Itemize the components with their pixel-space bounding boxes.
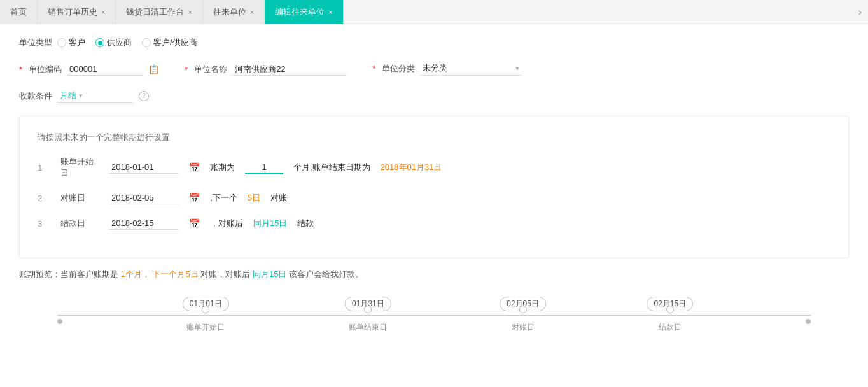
preview-part1: 1个月， [121, 269, 150, 279]
tab-sales-history[interactable]: 销售订单历史 × [38, 0, 116, 24]
close-icon[interactable]: × [188, 8, 192, 16]
calendar-icon-3[interactable]: 📅 [189, 218, 200, 229]
tab-cash-workbench-label: 钱货日清工作台 [126, 6, 184, 18]
close-icon[interactable]: × [328, 8, 332, 16]
tab-sales-history-label: 销售订单历史 [48, 6, 97, 18]
close-icon[interactable]: × [101, 8, 105, 16]
unit-category-value: 未分类 [423, 62, 447, 74]
period-input[interactable] [245, 161, 283, 174]
tab-partner-units-label: 往来单位 [213, 6, 246, 18]
radio-supplier-label: 供应商 [107, 37, 132, 48]
timeline-dot-1 [202, 306, 209, 313]
unit-category-group: * 单位分类 未分类 ▾ [372, 61, 522, 76]
timeline-node-1: 01月01日 账单开始日 [186, 306, 225, 333]
unit-type-row: 单位类型 客户 供应商 客户/供应商 [19, 37, 849, 48]
payment-date-input[interactable] [109, 217, 179, 230]
timeline-dot-2 [364, 306, 372, 313]
main-content: 单位类型 客户 供应商 客户/供应商 * 单位编码 [0, 24, 868, 387]
payment-terms-select[interactable]: 月结 ▾ [57, 88, 134, 103]
unit-code-label: 单位编码 [29, 64, 62, 75]
tab-edit-partner-label: 编辑往来单位 [275, 6, 325, 18]
unit-info-row: * 单位编码 📋 * 单位名称 * 单位分类 未分类 ▾ [19, 61, 849, 76]
preview-part2: 下一个月5日 [152, 269, 198, 279]
unit-category-select[interactable]: 未分类 ▾ [420, 61, 522, 76]
timeline-node-4: 02月15日 结款日 [659, 306, 682, 333]
unit-type-group: 单位类型 客户 供应商 客户/供应商 [19, 37, 197, 48]
radio-supplier[interactable]: 供应商 [95, 37, 132, 48]
field-label-2: 对账日 [60, 192, 99, 204]
timeline-dot-3 [519, 306, 527, 313]
required-star-3: * [372, 64, 375, 73]
chevron-down-icon: ▾ [515, 64, 519, 73]
timeline-label-1: 账单开始日 [186, 322, 225, 333]
payment-terms-row: 收款条件 月结 ▾ ? [19, 88, 849, 103]
radio-circle-supplier [95, 38, 104, 47]
required-star-2: * [185, 65, 188, 74]
setting-row-2: 2 对账日 📅 ,下一个 5日 对账 [38, 192, 830, 204]
unit-name-label: 单位名称 [194, 64, 227, 75]
timeline-node-2: 01月31日 账单结束日 [349, 306, 387, 333]
tab-cash-workbench[interactable]: 钱货日清工作台 × [116, 0, 202, 24]
timeline-label-3: 对账日 [512, 322, 535, 333]
row-desc-3b: 结款 [297, 218, 314, 229]
row-num-1: 1 [38, 163, 50, 172]
end-date-highlight: 2018年01月31日 [381, 162, 442, 173]
setting-row-1: 1 账单开始日 📅 账期为 个月,账单结束日期为 2018年01月31日 [38, 156, 830, 179]
settings-title: 请按照未来的一个完整帐期进行设置 [38, 132, 830, 143]
copy-icon[interactable]: 📋 [148, 64, 159, 74]
row-desc-3: ，对账后 [210, 218, 243, 229]
timeline-dot-4 [666, 306, 674, 313]
row-desc-1: 账期为 [210, 162, 235, 173]
preview-section: 账期预览：当前客户账期是 1个月， 下一个月5日 对账，对账后 同月15日 该客… [19, 269, 849, 352]
timeline-label-4: 结款日 [659, 322, 682, 333]
radio-circle-customer [57, 38, 66, 47]
row-num-2: 2 [38, 194, 50, 203]
tab-bar: 首页 销售订单历史 × 钱货日清工作台 × 往来单位 × 编辑往来单位 × › [0, 0, 868, 24]
radio-circle-both [142, 38, 151, 47]
payment-terms-group: 收款条件 月结 ▾ ? [19, 88, 149, 103]
row-num-3: 3 [38, 219, 50, 229]
close-icon[interactable]: × [250, 8, 254, 16]
field-label-3: 结款日 [60, 218, 99, 229]
reconcile-date-input[interactable] [109, 192, 179, 204]
tab-partner-units[interactable]: 往来单位 × [203, 0, 265, 24]
required-star: * [19, 65, 22, 74]
radio-customer-label: 客户 [69, 37, 85, 48]
unit-name-group: * 单位名称 [185, 63, 347, 76]
unit-category-label: 单位分类 [382, 63, 415, 74]
settings-box: 请按照未来的一个完整帐期进行设置 1 账单开始日 📅 账期为 个月,账单结束日期… [19, 116, 849, 258]
unit-name-input[interactable] [232, 63, 347, 76]
calendar-icon-1[interactable]: 📅 [189, 162, 200, 172]
setting-row-3: 3 结款日 📅 ，对账后 同月15日 结款 [38, 217, 830, 230]
preview-end: 该客户会给我打款。 [289, 269, 363, 279]
start-date-input[interactable] [109, 161, 179, 174]
help-icon[interactable]: ? [139, 91, 149, 101]
timeline-node-3: 02月05日 对账日 [512, 306, 535, 333]
tab-home-label: 首页 [10, 6, 27, 18]
row-desc-1b: 个月,账单结束日期为 [293, 162, 370, 173]
preview-part3: 同月15日 [253, 269, 286, 279]
preview-middle: 对账，对账后 [200, 269, 250, 279]
calendar-icon-2[interactable]: 📅 [189, 193, 200, 203]
row-desc-2: ,下一个 [210, 192, 237, 204]
next-day-highlight: 5日 [248, 192, 260, 204]
unit-code-group: * 单位编码 📋 [19, 63, 159, 76]
tab-home[interactable]: 首页 [0, 0, 38, 24]
radio-both-label: 客户/供应商 [153, 37, 197, 48]
timeline-right-dot [806, 319, 811, 324]
chevron-down-icon-2: ▾ [79, 92, 83, 100]
same-month-highlight: 同月15日 [253, 218, 287, 229]
radio-customer[interactable]: 客户 [57, 37, 85, 48]
row-desc-2b: 对账 [270, 192, 287, 204]
timeline: 01月01日 账单开始日 01月31日 账单结束日 02月05日 对账日 [19, 293, 849, 352]
payment-terms-label: 收款条件 [19, 90, 52, 102]
payment-terms-value: 月结 [60, 90, 76, 101]
unit-code-input[interactable] [67, 63, 143, 76]
radio-both[interactable]: 客户/供应商 [142, 37, 197, 48]
preview-text: 账期预览：当前客户账期是 1个月， 下一个月5日 对账，对账后 同月15日 该客… [19, 269, 849, 280]
field-label-1: 账单开始日 [60, 156, 99, 179]
tab-more-button[interactable]: › [852, 0, 868, 24]
tab-edit-partner[interactable]: 编辑往来单位 × [265, 0, 343, 24]
timeline-label-2: 账单结束日 [349, 322, 387, 333]
radio-group: 客户 供应商 客户/供应商 [57, 37, 197, 48]
